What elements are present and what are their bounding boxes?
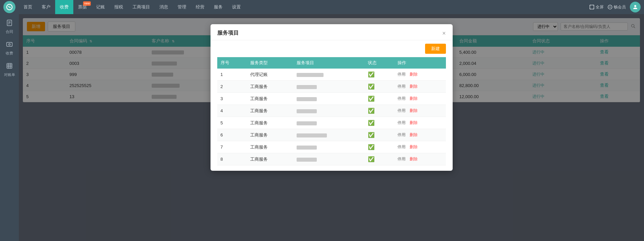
- nav-item-home[interactable]: 首页: [19, 0, 37, 14]
- modal-cell-item: ████: [293, 93, 365, 105]
- modal-cell-action: 停用 删除: [394, 141, 446, 153]
- sidebar-item-income[interactable]: 收费: [1, 38, 18, 58]
- status-check-icon: ✅: [368, 108, 375, 114]
- status-check-icon: ✅: [368, 84, 375, 89]
- modal-cell-status: ✅: [365, 129, 394, 141]
- modal-col-action: 操作: [394, 57, 446, 69]
- stop-service-button[interactable]: 停用: [397, 145, 406, 149]
- status-check-icon: ✅: [368, 72, 375, 77]
- stop-service-button[interactable]: 停用: [397, 108, 406, 113]
- sidebar-item-label: 收费: [6, 51, 13, 56]
- nav-item-customers[interactable]: 客户: [37, 0, 55, 14]
- blurred-service-item: ████: [297, 146, 317, 150]
- sidebar-item-contracts[interactable]: 合同: [1, 17, 18, 37]
- delete-service-button[interactable]: 删除: [410, 108, 418, 113]
- nav-item-invoices[interactable]: 票据 new: [73, 0, 91, 14]
- blurred-service-item: ████1: [297, 73, 324, 77]
- modal-toolbar: 新建: [211, 40, 453, 57]
- stop-service-button[interactable]: 停用: [397, 120, 406, 125]
- nav-item-business[interactable]: 工商项目: [128, 0, 155, 14]
- modal-cell-no: 5: [217, 117, 247, 129]
- modal-table-row: 6 工商服务 ██████ ✅ 停用 删除: [217, 129, 446, 141]
- modal-header: 服务项目 ×: [211, 24, 453, 40]
- blurred-service-item: ████: [297, 85, 317, 89]
- modal-cell-status: ✅: [365, 153, 394, 165]
- app-logo[interactable]: [3, 1, 15, 13]
- modal-cell-no: 7: [217, 141, 247, 153]
- delete-service-button[interactable]: 删除: [410, 96, 418, 101]
- nav-item-finance[interactable]: 经营: [191, 0, 209, 14]
- fullscreen-btn[interactable]: 全屏: [590, 4, 604, 10]
- modal-body: 序号 服务类型 服务项目 状态 操作 1 代理记账 ████1 ✅ 停用 删除: [211, 57, 453, 171]
- modal-cell-type: 工商服务: [247, 93, 293, 105]
- delete-service-button[interactable]: 删除: [410, 157, 418, 161]
- nav-item-messages[interactable]: 消息: [155, 0, 173, 14]
- modal-cell-item: ████: [293, 141, 365, 153]
- blurred-service-item: ██████: [297, 133, 327, 137]
- modal-cell-no: 1: [217, 69, 247, 81]
- service-items-table: 序号 服务类型 服务项目 状态 操作 1 代理记账 ████1 ✅ 停用 删除: [217, 57, 446, 165]
- modal-cell-no: 3: [217, 93, 247, 105]
- modal-cell-item: ████: [293, 105, 365, 117]
- delete-service-button[interactable]: 删除: [410, 84, 418, 89]
- stop-service-button[interactable]: 停用: [397, 132, 406, 137]
- blurred-service-item: ████注册: [297, 158, 317, 162]
- modal-cell-type: 工商服务: [247, 129, 293, 141]
- modal-new-button[interactable]: 新建: [425, 44, 446, 54]
- blurred-service-item: ████: [297, 121, 317, 125]
- delete-service-button[interactable]: 删除: [410, 72, 418, 77]
- modal-cell-type: 工商服务: [247, 141, 293, 153]
- nav-item-settings[interactable]: 设置: [227, 0, 245, 14]
- nav-item-tax[interactable]: 报税: [110, 0, 128, 14]
- stop-service-button[interactable]: 停用: [397, 157, 406, 161]
- blurred-service-item: ████: [297, 97, 317, 101]
- modal-table-row: 7 工商服务 ████ ✅ 停用 删除: [217, 141, 446, 153]
- modal-cell-action: 停用 删除: [394, 93, 446, 105]
- delete-service-button[interactable]: 删除: [410, 120, 418, 125]
- status-check-icon: ✅: [368, 156, 375, 162]
- modal-close-button[interactable]: ×: [442, 30, 446, 36]
- modal-table-row: 3 工商服务 ████ ✅ 停用 删除: [217, 93, 446, 105]
- vip-btn[interactable]: 畅会员: [608, 4, 626, 10]
- svg-rect-11: [7, 64, 12, 69]
- modal-col-status: 状态: [365, 57, 394, 69]
- modal-col-no: 序号: [217, 57, 247, 69]
- modal-cell-status: ✅: [365, 93, 394, 105]
- contract-icon: [6, 19, 13, 28]
- top-navigation: 首页 客户 收费 票据 new 记账 报税 工商项目 消息 管理 经营 服务 设…: [0, 0, 644, 14]
- svg-point-9: [9, 44, 10, 45]
- nav-item-income[interactable]: 收费: [55, 0, 73, 14]
- modal-table-row: 5 工商服务 ████ ✅ 停用 删除: [217, 117, 446, 129]
- sidebar-item-label: 合同: [6, 29, 13, 34]
- modal-cell-item: ████: [293, 117, 365, 129]
- delete-service-button[interactable]: 删除: [410, 132, 418, 137]
- status-check-icon: ✅: [368, 144, 375, 150]
- stop-service-button[interactable]: 停用: [397, 84, 406, 89]
- new-badge: new: [83, 1, 91, 6]
- user-avatar[interactable]: [630, 2, 641, 12]
- reconcile-icon: [6, 63, 13, 71]
- sidebar-item-reconcile[interactable]: 对账单: [1, 60, 18, 80]
- stop-service-button[interactable]: 停用: [397, 96, 406, 101]
- modal-cell-action: 停用 删除: [394, 153, 446, 165]
- modal-table-row: 1 代理记账 ████1 ✅ 停用 删除: [217, 69, 446, 81]
- modal-col-item: 服务项目: [293, 57, 365, 69]
- modal-cell-status: ✅: [365, 105, 394, 117]
- nav-item-manage[interactable]: 管理: [173, 0, 191, 14]
- sidebar: 合同 收费 对账单: [0, 14, 19, 241]
- modal-cell-action: 停用 删除: [394, 117, 446, 129]
- income-icon: [6, 41, 13, 49]
- nav-item-services[interactable]: 服务: [209, 0, 227, 14]
- modal-cell-type: 工商服务: [247, 105, 293, 117]
- modal-cell-item: ████1: [293, 69, 365, 81]
- nav-item-accounts[interactable]: 记账: [91, 0, 110, 14]
- modal-table-row: 4 工商服务 ████ ✅ 停用 删除: [217, 105, 446, 117]
- delete-service-button[interactable]: 删除: [410, 145, 418, 149]
- stop-service-button[interactable]: 停用: [397, 72, 406, 77]
- modal-cell-type: 代理记账: [247, 69, 293, 81]
- status-check-icon: ✅: [368, 96, 375, 102]
- modal-cell-no: 4: [217, 105, 247, 117]
- modal-cell-status: ✅: [365, 81, 394, 93]
- modal-cell-type: 工商服务: [247, 153, 293, 165]
- sidebar-item-label: 对账单: [4, 72, 15, 77]
